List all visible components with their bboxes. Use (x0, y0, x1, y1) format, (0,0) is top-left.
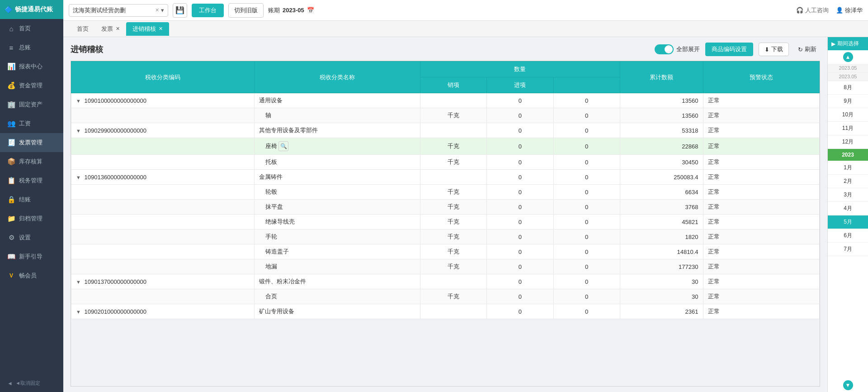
period-9[interactable]: 9月 (828, 95, 868, 108)
cell-cumulative: 6634 (620, 185, 703, 200)
cell-code: ▼ 1090100000000000000 (71, 93, 255, 108)
sidebar-item-settings[interactable]: ⚙ 设置 (0, 228, 63, 247)
period-7[interactable]: 7月 (828, 243, 868, 256)
cell-unit: 千克 (420, 289, 487, 304)
help-button[interactable]: 🎧 人工咨询 (796, 6, 829, 14)
delete-company-icon[interactable]: ✕ (155, 7, 159, 13)
period-year-label-2: 2023.05 (828, 72, 868, 81)
tab-reconcile-close[interactable]: ✕ (159, 26, 163, 32)
refresh-button[interactable]: ↻ 刷新 (794, 43, 820, 56)
download-button[interactable]: ⬇ 下载 (759, 43, 789, 56)
period-down-button[interactable]: ▼ (843, 380, 853, 390)
period-value: 2023-05 (283, 7, 304, 14)
period-header-label: 期间选择 (837, 40, 859, 48)
period-5[interactable]: 5月 (828, 215, 868, 229)
period-up-button[interactable]: ▲ (843, 52, 853, 62)
tab-invoice-close[interactable]: ✕ (116, 26, 120, 32)
cell-purchase: 0 (553, 229, 620, 244)
cell-cumulative: 13560 (620, 108, 703, 123)
period-8[interactable]: 8月 (828, 81, 868, 95)
table-row: 轴 千克 0 0 13560 正常 (71, 108, 820, 123)
sidebar-item-inventory[interactable]: 📦 库存核算 (0, 152, 63, 171)
cell-status: 正常 (703, 93, 820, 108)
expand-icon[interactable]: ▼ (76, 128, 81, 134)
tab-home[interactable]: 首页 (71, 22, 95, 36)
download-icon: ⬇ (764, 46, 769, 53)
calendar-icon[interactable]: 📅 (307, 7, 314, 14)
period-6[interactable]: 6月 (828, 229, 868, 243)
expand-icon[interactable]: ▼ (76, 175, 81, 180)
table-row: ▼ 1090201000000000000 矿山专用设备 0 0 2361 正常 (71, 304, 820, 319)
sidebar-item-member[interactable]: V 畅会员 (0, 266, 63, 285)
period-4[interactable]: 4月 (828, 202, 868, 215)
sidebar-item-ledger[interactable]: ≡ 总账 (0, 38, 63, 57)
expand-all-label: 全部展开 (676, 45, 700, 53)
cell-name: 轮毂 (254, 185, 420, 200)
cell-cumulative: 30 (620, 274, 703, 289)
save-icon: 💾 (175, 6, 184, 14)
period-1[interactable]: 1月 (828, 161, 868, 175)
cell-code (71, 108, 255, 123)
save-button[interactable]: 💾 (173, 3, 187, 18)
product-code-button[interactable]: 商品编码设置 (705, 43, 753, 56)
dropdown-icon[interactable]: ▾ (161, 7, 164, 14)
expand-icon[interactable]: ▼ (76, 279, 81, 285)
inventory-icon: 📦 (7, 158, 15, 166)
cell-name: 托板 (254, 155, 420, 170)
sidebar-item-tax[interactable]: 📋 税务管理 (0, 171, 63, 190)
user-menu[interactable]: 👤 徐泽华 (836, 6, 863, 14)
sidebar-item-archive[interactable]: 📁 归档管理 (0, 209, 63, 228)
sidebar-item-label: 工资 (19, 120, 31, 128)
cell-code (71, 200, 255, 215)
cell-code: ▼ 1090299000000000000 (71, 123, 255, 138)
cell-name: 其他专用设备及零部件 (254, 123, 420, 138)
cell-cumulative: 177230 (620, 259, 703, 274)
period-display: 账期 2023-05 📅 (268, 6, 314, 14)
sidebar-item-report[interactable]: 📊 报表中心 (0, 57, 63, 76)
table-row: 铸造盖子 千克 0 0 14810.4 正常 (71, 244, 820, 259)
sidebar-pin-toggle[interactable]: ◄ ◄取消固定 (0, 374, 63, 392)
closing-icon: 🔒 (7, 196, 15, 204)
sidebar-item-invoice[interactable]: 🧾 发票管理 (0, 133, 63, 152)
sidebar-item-guide[interactable]: 📖 新手引导 (0, 247, 63, 266)
assets-icon: 🏢 (7, 100, 15, 109)
cell-unit (420, 274, 487, 289)
expand-icon[interactable]: ▼ (76, 98, 81, 104)
sidebar-item-label: 库存核算 (19, 158, 42, 166)
cell-sales: 0 (487, 259, 553, 274)
period-12[interactable]: 12月 (828, 135, 868, 149)
expand-all-toggle[interactable]: 全部展开 (655, 44, 700, 54)
sidebar-item-home[interactable]: ⌂ 首页 (0, 19, 63, 38)
toggle-switch[interactable] (655, 44, 674, 54)
cell-code: ▼ 1090136000000000000 (71, 170, 255, 185)
table-row: 合页 千克 0 0 30 正常 (71, 289, 820, 304)
cell-unit: 千克 (420, 138, 487, 155)
table-header-row: 税收分类编码 税收分类名称 数量 累计数额 预警状态 (71, 62, 820, 77)
sidebar-item-label: 新手引导 (19, 253, 42, 261)
cell-sales: 0 (487, 170, 553, 185)
tax-icon: 📋 (7, 177, 15, 185)
search-icon[interactable]: 🔍 (278, 141, 288, 151)
main-area: 沈海英测试经营勿删 ✕ ▾ 💾 工作台 切到旧版 账期 2023-05 📅 🎧 … (63, 0, 868, 392)
cell-purchase: 0 (553, 123, 620, 138)
th-purchase: 进项 (487, 77, 553, 93)
sidebar-item-assets[interactable]: 🏢 固定资产 (0, 95, 63, 114)
sidebar-item-payroll[interactable]: 👥 工资 (0, 114, 63, 133)
cell-name: 铸造盖子 (254, 244, 420, 259)
company-selector[interactable]: 沈海英测试经营勿删 ✕ ▾ (69, 4, 168, 17)
tab-invoice[interactable]: 发票 ✕ (95, 22, 126, 36)
period-year-2023[interactable]: 2023 (828, 149, 868, 161)
period-nav-down: ▼ (828, 378, 868, 392)
table-row: 轮毂 千克 0 0 6634 正常 (71, 185, 820, 200)
old-version-button[interactable]: 切到旧版 (228, 3, 264, 18)
period-11[interactable]: 11月 (828, 122, 868, 135)
period-3[interactable]: 3月 (828, 188, 868, 202)
sidebar-item-closing[interactable]: 🔒 结账 (0, 190, 63, 209)
sidebar-item-label: 固定资产 (19, 100, 42, 109)
sidebar-item-finance[interactable]: 💰 资金管理 (0, 76, 63, 95)
tab-reconcile[interactable]: 进销稽核 ✕ (126, 22, 169, 36)
workbench-button[interactable]: 工作台 (192, 4, 224, 17)
expand-icon[interactable]: ▼ (76, 309, 81, 315)
period-2[interactable]: 2月 (828, 175, 868, 188)
period-10[interactable]: 10月 (828, 108, 868, 122)
